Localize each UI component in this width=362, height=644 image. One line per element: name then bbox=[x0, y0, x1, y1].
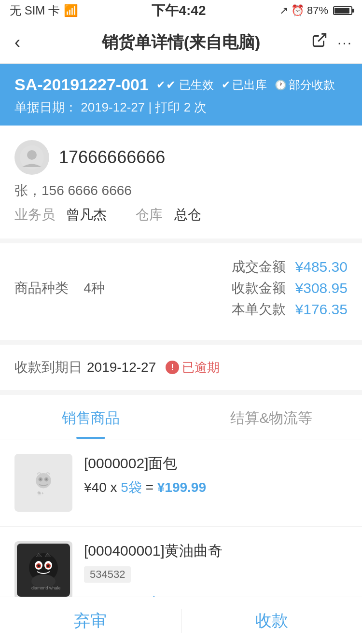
badge-shipped: ✔ 已出库 bbox=[222, 77, 267, 93]
svg-text:diamond whale: diamond whale bbox=[31, 586, 61, 590]
wifi-icon: 📶 bbox=[64, 4, 78, 17]
svg-point-6 bbox=[40, 478, 42, 480]
salesperson-value: 曾凡杰 bbox=[66, 207, 107, 222]
product-tag-2: 534532 bbox=[84, 566, 131, 583]
svg-point-16 bbox=[47, 565, 50, 567]
customer-meta: 业务员 曾凡杰 仓库 总仓 bbox=[14, 206, 348, 224]
overdue-icon: ! bbox=[166, 361, 179, 374]
product-price-1: ¥40 x 5袋 = ¥199.99 bbox=[84, 478, 348, 497]
header-banner: SA-20191227-001 ✔ ✔ 已生效 ✔ 已出库 🕐 部分收款 单据日… bbox=[0, 64, 362, 126]
customer-phone: 17666666666 bbox=[59, 147, 165, 168]
svg-line-0 bbox=[318, 34, 326, 42]
warehouse-label: 仓库 bbox=[136, 207, 163, 222]
product-thumb-2: diamond whale bbox=[14, 541, 72, 599]
nav-actions: ··· bbox=[311, 32, 352, 53]
svg-text:鱼+: 鱼+ bbox=[37, 491, 44, 496]
status-left: 无 SIM 卡 📶 bbox=[10, 3, 78, 18]
product-item: 鱼+ [0000002]面包 ¥40 x 5袋 = ¥199.99 bbox=[0, 439, 362, 527]
svg-point-7 bbox=[45, 478, 47, 480]
badge-partial: 🕐 部分收款 bbox=[275, 77, 335, 93]
tab-settlement[interactable]: 结算&物流等 bbox=[181, 395, 362, 439]
received-value: ¥308.95 bbox=[295, 280, 348, 296]
nav-bar: ‹ 销货单详情(来自电脑) ··· bbox=[0, 21, 362, 64]
status-time: 下午4:42 bbox=[152, 1, 206, 20]
due-label: 收款到期日 bbox=[14, 358, 82, 377]
due-value: 2019-12-27 bbox=[87, 360, 156, 375]
overdue-text: 已逾期 bbox=[182, 359, 220, 376]
order-id: SA-20191227-001 bbox=[14, 75, 149, 94]
confirm-button[interactable]: 收款 bbox=[181, 600, 362, 642]
battery-icon bbox=[333, 6, 352, 15]
warehouse-value: 总仓 bbox=[174, 207, 201, 222]
types-value: 4种 bbox=[84, 280, 105, 295]
product-name-1: [0000002]面包 bbox=[84, 454, 348, 474]
product-name-2: [000400001]黄油曲奇 bbox=[84, 541, 348, 561]
overdue-badge: ! 已逾期 bbox=[166, 359, 220, 376]
location-icon: ↗ bbox=[279, 4, 288, 17]
deal-label: 成交金额 bbox=[232, 258, 286, 276]
received-label: 收款金额 bbox=[232, 279, 286, 297]
cancel-button[interactable]: 弃审 bbox=[0, 600, 181, 642]
customer-card: 17666666666 张，156 6666 6666 业务员 曾凡杰 仓库 总… bbox=[0, 126, 362, 238]
customer-contact: 张，156 6666 6666 bbox=[14, 182, 348, 200]
types-label: 商品种类 bbox=[14, 280, 69, 295]
bottom-bar: 弃审 收款 bbox=[0, 597, 362, 644]
due-date-card: 收款到期日 2019-12-27 ! 已逾期 bbox=[0, 345, 362, 390]
carrier-text: 无 SIM 卡 bbox=[10, 3, 60, 18]
salesperson-label: 业务员 bbox=[14, 207, 55, 222]
battery-text: 87% bbox=[307, 4, 328, 17]
avatar bbox=[14, 140, 49, 175]
product-info-1: [0000002]面包 ¥40 x 5袋 = ¥199.99 bbox=[84, 454, 348, 497]
page-title: 销货单详情(来自电脑) bbox=[102, 31, 261, 54]
tab-products[interactable]: 销售商品 bbox=[0, 395, 181, 439]
svg-point-2 bbox=[27, 150, 37, 160]
deal-value: ¥485.30 bbox=[295, 259, 348, 275]
status-right: ↗ ⏰ 87% bbox=[279, 4, 352, 17]
more-button[interactable]: ··· bbox=[337, 34, 352, 51]
order-date-info: 单据日期： 2019-12-27 | 打印 2 次 bbox=[14, 99, 348, 116]
summary-card: 商品种类 4种 成交金额 ¥485.30 收款金额 ¥308.95 本单欠款 ¥… bbox=[0, 243, 362, 340]
debt-label: 本单欠款 bbox=[232, 300, 286, 319]
tabs: 销售商品 结算&物流等 bbox=[0, 395, 362, 439]
status-bar: 无 SIM 卡 📶 下午4:42 ↗ ⏰ 87% bbox=[0, 0, 362, 21]
share-button[interactable] bbox=[311, 32, 328, 53]
alarm-icon: ⏰ bbox=[291, 4, 304, 17]
back-button[interactable]: ‹ bbox=[10, 28, 25, 57]
product-thumb-1: 鱼+ bbox=[14, 454, 72, 512]
badge-effective: ✔ ✔ 已生效 bbox=[156, 77, 214, 93]
svg-point-15 bbox=[38, 565, 40, 567]
debt-value: ¥176.35 bbox=[295, 301, 348, 318]
